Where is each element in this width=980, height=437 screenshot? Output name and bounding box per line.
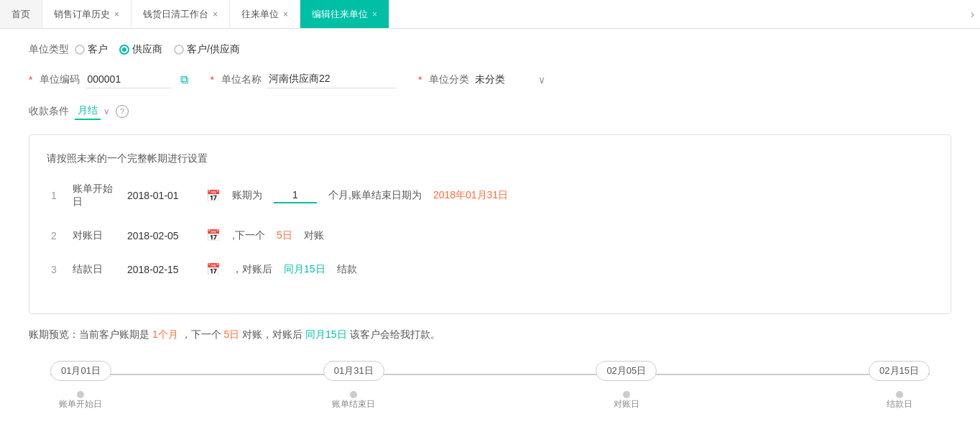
unit-code-copy-icon[interactable]: ⧉: [180, 73, 188, 86]
unit-class-group: * 单位分类 未分类 ∨: [418, 73, 545, 86]
reconcile-suffix: 对账: [304, 229, 324, 242]
row-num-1: 1: [47, 190, 61, 201]
timeline-node-1: 01月01日 账单开始日: [50, 361, 111, 410]
payment-day-prefix: ，对账后: [232, 263, 272, 276]
tab-partner-unit[interactable]: 往来单位 ×: [230, 0, 300, 28]
preview-middle-1: ，下一个: [181, 328, 221, 340]
timeline-wrapper: 01月01日 账单开始日 01月31日 账单结束日 02月05日 对账日 02月…: [29, 361, 951, 410]
unit-class-value: 未分类: [475, 73, 532, 86]
row-label-1: 账单开始日: [73, 183, 116, 208]
unit-class-label: 单位分类: [429, 73, 469, 86]
node-dot-3: [623, 391, 630, 398]
radio-customer-supplier-label: 客户/供应商: [187, 43, 240, 56]
unit-type-group: 单位类型 客户 供应商 客户/供应商: [29, 43, 240, 56]
unit-code-star: *: [29, 74, 32, 86]
unit-code-group: * 单位编码 ⧉: [29, 70, 188, 88]
date-row-1: 1 账单开始日 2018-01-01 📅 账期为 个月,账单结束日期为 2018…: [47, 183, 933, 208]
tab-home[interactable]: 首页: [0, 0, 42, 28]
node-badge-4: 02月15日: [869, 361, 930, 381]
reconcile-day: 5日: [277, 229, 292, 242]
tab-bar: 首页 销售订单历史 × 钱货日清工作台 × 往来单位 × 编辑往来单位 × ›: [0, 0, 980, 29]
main-content: 单位类型 客户 供应商 客户/供应商 * 单位编码: [0, 29, 980, 437]
date-row-3: 3 结款日 2018-02-15 📅 ，对账后 同月15日 结款: [47, 262, 933, 276]
period-end-date: 2018年01月31日: [433, 189, 508, 202]
tab-close-cash-work[interactable]: ×: [213, 9, 218, 19]
period-prefix: 账期为: [232, 189, 262, 202]
unit-info-row: * 单位编码 ⧉ * 单位名称 * 单位分类 未分类 ∨: [29, 70, 951, 88]
payment-group: 收款条件 月结 ∨ ?: [29, 103, 129, 120]
date-value-3: 2018-02-15: [127, 264, 192, 275]
unit-type-radio-group: 客户 供应商 客户/供应商: [75, 43, 240, 56]
payment-row: 收款条件 月结 ∨ ?: [29, 103, 951, 120]
unit-name-group: * 单位名称: [210, 70, 396, 88]
payment-day-suffix: 结款: [337, 263, 357, 276]
node-dot-4: [896, 391, 903, 398]
preview-suffix: 该客户会给我打款。: [350, 328, 440, 340]
date-value-1: 2018-01-01: [127, 190, 192, 201]
cal-icon-2[interactable]: 📅: [206, 229, 221, 242]
tab-close-edit-partner[interactable]: ×: [372, 9, 377, 19]
radio-supplier[interactable]: 供应商: [119, 43, 162, 56]
node-dot-1: [77, 391, 84, 398]
radio-customer-label: 客户: [88, 43, 108, 56]
node-dot-2: [350, 391, 357, 398]
preview-orange-1: 1个月: [152, 328, 178, 340]
cal-icon-3[interactable]: 📅: [206, 262, 221, 276]
unit-code-label: 单位编码: [40, 73, 80, 86]
radio-customer-supplier-circle: [174, 45, 184, 55]
period-suffix: 个月,账单结束日期为: [328, 189, 422, 202]
row-label-2: 对账日: [73, 229, 116, 242]
timeline-node-3: 02月05日 对账日: [596, 361, 657, 410]
date-value-2: 2018-02-05: [127, 230, 192, 242]
node-label-2: 账单结束日: [332, 398, 375, 410]
unit-class-dropdown-icon[interactable]: ∨: [538, 74, 545, 86]
radio-supplier-circle: [119, 45, 129, 55]
timeline-node-2: 01月31日 账单结束日: [323, 361, 384, 410]
date-row-2: 2 对账日 2018-02-05 📅 ,下一个 5日 对账: [47, 229, 933, 242]
unit-name-label: 单位名称: [221, 73, 262, 86]
unit-code-input[interactable]: [85, 70, 172, 88]
unit-name-star: *: [210, 74, 213, 86]
preview-orange-2: 5日: [223, 328, 239, 340]
preview-text: 账期预览：当前客户账期是 1个月 ，下一个 5日 对账，对账后 同月15日 该客…: [29, 326, 951, 344]
radio-customer-circle: [75, 45, 85, 55]
reconcile-prefix: ,下一个: [232, 229, 265, 242]
payment-help-icon[interactable]: ?: [116, 105, 129, 118]
node-badge-2: 01月31日: [323, 361, 384, 381]
tab-close-sales-history[interactable]: ×: [114, 9, 119, 19]
node-label-4: 结款日: [887, 398, 912, 410]
tab-sales-history[interactable]: 销售订单历史 ×: [42, 0, 131, 28]
node-badge-3: 02月05日: [596, 361, 657, 381]
unit-name-input[interactable]: [267, 70, 397, 88]
payment-same-day: 同月15日: [284, 263, 325, 276]
payment-dropdown: 月结 ∨: [75, 103, 110, 120]
tab-close-partner-unit[interactable]: ×: [283, 9, 288, 19]
node-label-3: 对账日: [614, 398, 639, 410]
payment-value[interactable]: 月结: [75, 103, 101, 120]
row-num-2: 2: [47, 230, 61, 242]
period-section: 请按照未来的一个完整帐期进行设置 1 账单开始日 2018-01-01 📅 账期…: [29, 134, 951, 314]
unit-class-star: *: [418, 74, 422, 86]
timeline-node-4: 02月15日 结款日: [869, 361, 930, 410]
preview-prefix: 账期预览：当前客户账期是: [29, 328, 149, 340]
row-label-3: 结款日: [73, 263, 116, 276]
preview-section: 账期预览：当前客户账期是 1个月 ，下一个 5日 对账，对账后 同月15日 该客…: [29, 314, 951, 410]
unit-type-label: 单位类型: [29, 43, 69, 56]
tab-more-arrow[interactable]: ›: [965, 0, 980, 28]
preview-teal-1: 同月15日: [305, 328, 347, 340]
cal-icon-1[interactable]: 📅: [206, 189, 221, 203]
radio-supplier-label: 供应商: [132, 43, 162, 56]
node-label-1: 账单开始日: [59, 398, 102, 410]
section-title: 请按照未来的一个完整帐期进行设置: [47, 152, 933, 165]
tab-cash-work[interactable]: 钱货日清工作台 ×: [131, 0, 230, 28]
preview-middle-2: 对账，对账后: [242, 328, 302, 340]
tab-edit-partner[interactable]: 编辑往来单位 ×: [300, 0, 389, 28]
timeline-inner: 01月01日 账单开始日 01月31日 账单结束日 02月05日 对账日 02月…: [50, 361, 930, 410]
node-badge-1: 01月01日: [50, 361, 111, 381]
radio-customer[interactable]: 客户: [75, 43, 108, 56]
period-input[interactable]: [274, 188, 317, 203]
payment-dropdown-icon[interactable]: ∨: [103, 106, 110, 116]
radio-customer-supplier[interactable]: 客户/供应商: [174, 43, 240, 56]
payment-label: 收款条件: [29, 105, 69, 118]
unit-type-row: 单位类型 客户 供应商 客户/供应商: [29, 43, 951, 56]
